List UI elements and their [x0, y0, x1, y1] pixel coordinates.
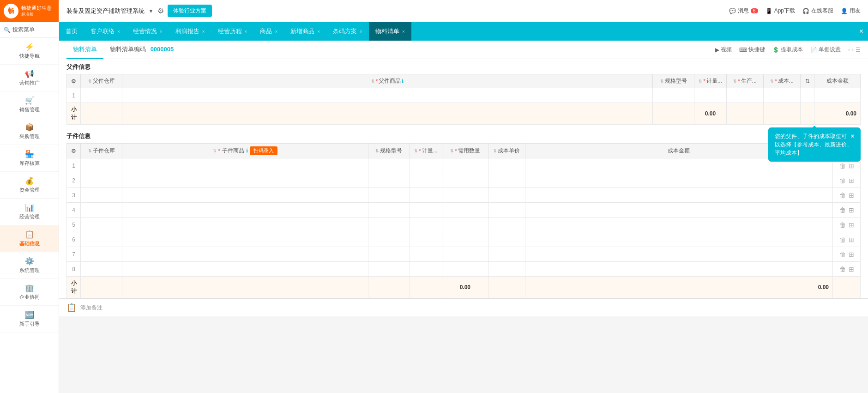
toolbar-video[interactable]: ▶ 视频: [715, 46, 732, 54]
nav-next[interactable]: ›: [852, 47, 854, 53]
app-download-action[interactable]: 📱 App下载: [766, 7, 795, 15]
parent-col-sort[interactable]: ⇅: [801, 74, 814, 88]
tab-new-product-close[interactable]: ×: [317, 29, 320, 34]
tab-profit[interactable]: 利润报告 ×: [169, 22, 211, 41]
child-col-qty[interactable]: ⇅ * 需用数量: [442, 144, 488, 158]
delete-icon-2[interactable]: 🗑: [839, 177, 846, 184]
nav-list[interactable]: ☰: [856, 47, 861, 53]
tab-barcode-close[interactable]: ×: [360, 29, 362, 34]
child-spec-3[interactable]: [368, 188, 410, 203]
copy-icon-7[interactable]: ⊞: [849, 251, 854, 258]
toolbar-shortcut[interactable]: ⌨ 快捷键: [739, 46, 765, 54]
sidebar-item-sales[interactable]: 🛒 销售管理: [0, 91, 59, 118]
delete-icon-3[interactable]: 🗑: [839, 192, 846, 199]
child-unit-4[interactable]: [410, 203, 442, 218]
copy-icon-1[interactable]: ⊞: [849, 162, 854, 169]
tab-customer[interactable]: 客户联络 ×: [84, 22, 127, 41]
delete-icon-7[interactable]: 🗑: [839, 251, 846, 258]
parent-col-settings[interactable]: ⚙: [67, 74, 81, 88]
child-unit-7[interactable]: [410, 247, 442, 262]
child-qty-7[interactable]: [442, 247, 488, 262]
child-qty-6[interactable]: [442, 232, 488, 247]
parent-col-spec[interactable]: ⇅规格型号: [653, 74, 694, 88]
delete-icon-5[interactable]: 🗑: [839, 221, 846, 229]
child-warehouse-7[interactable]: [81, 247, 122, 262]
system-dropdown-icon[interactable]: ▼: [148, 8, 154, 14]
online-service-action[interactable]: 🎧 在线客服: [802, 7, 833, 15]
child-warehouse-6[interactable]: [81, 232, 122, 247]
nav-prev[interactable]: ‹: [848, 47, 850, 53]
copy-icon-6[interactable]: ⊞: [849, 236, 854, 243]
trial-button[interactable]: 体验行业方案: [168, 5, 212, 17]
tab-history-close[interactable]: ×: [245, 29, 247, 34]
delete-icon-8[interactable]: 🗑: [839, 266, 846, 273]
copy-icon-5[interactable]: ⊞: [849, 221, 854, 229]
delete-icon-6[interactable]: 🗑: [839, 236, 846, 243]
add-note-text[interactable]: 添加备注: [80, 304, 102, 312]
tab-profit-close[interactable]: ×: [202, 29, 205, 34]
parent-sort-1[interactable]: [801, 88, 814, 103]
copy-icon-8[interactable]: ⊞: [849, 266, 854, 273]
child-col-warehouse[interactable]: ⇅子件仓库: [81, 144, 122, 158]
child-unit-price-5[interactable]: [488, 218, 525, 232]
parent-unit-1[interactable]: [694, 88, 727, 103]
child-product-8[interactable]: [122, 262, 368, 277]
child-warehouse-4[interactable]: [81, 203, 122, 218]
parent-col-cost[interactable]: ⇅ * 成本...: [764, 74, 801, 88]
parent-col-production[interactable]: ⇅ * 生产...: [727, 74, 764, 88]
sidebar-item-corp[interactable]: 🏢 企业协同: [0, 279, 59, 306]
sidebar-item-marketing[interactable]: 📢 营销推广: [0, 65, 59, 91]
child-unit-price-6[interactable]: [488, 232, 525, 247]
sidebar-item-inventory[interactable]: 🏪 库存核算: [0, 145, 59, 172]
child-product-1[interactable]: [122, 158, 368, 173]
tab-customer-close[interactable]: ×: [117, 29, 120, 34]
child-qty-2[interactable]: [442, 173, 488, 188]
child-spec-8[interactable]: [368, 262, 410, 277]
child-unit-price-4[interactable]: [488, 203, 525, 218]
tab-barcode[interactable]: 条码方案 ×: [326, 22, 369, 41]
add-note-icon[interactable]: 📋: [66, 302, 77, 313]
child-unit-price-1[interactable]: [488, 158, 525, 173]
copy-icon-3[interactable]: ⊞: [849, 192, 854, 199]
sidebar-item-guide[interactable]: 🆕 新手引导: [0, 306, 59, 333]
user-action[interactable]: 👤 用友: [841, 7, 861, 15]
copy-icon-4[interactable]: ⊞: [849, 206, 854, 214]
child-warehouse-3[interactable]: [81, 188, 122, 203]
child-product-6[interactable]: [122, 232, 368, 247]
child-product-4[interactable]: [122, 203, 368, 218]
child-qty-4[interactable]: [442, 203, 488, 218]
child-unit-price-3[interactable]: [488, 188, 525, 203]
child-unit-price-8[interactable]: [488, 262, 525, 277]
delete-icon-4[interactable]: 🗑: [839, 206, 846, 214]
child-spec-1[interactable]: [368, 158, 410, 173]
parent-spec-1[interactable]: [653, 88, 694, 103]
child-qty-1[interactable]: [442, 158, 488, 173]
scan-button[interactable]: 扫码录入: [250, 146, 277, 155]
message-action[interactable]: 💬 消息 6: [729, 7, 758, 15]
tab-product[interactable]: 商品 ×: [253, 22, 284, 41]
tab-history[interactable]: 经营历程 ×: [211, 22, 254, 41]
child-warehouse-2[interactable]: [81, 173, 122, 188]
child-unit-6[interactable]: [410, 232, 442, 247]
child-product-7[interactable]: [122, 247, 368, 262]
child-unit-1[interactable]: [410, 158, 442, 173]
child-col-unit-price[interactable]: ⇅成本单价: [488, 144, 525, 158]
child-spec-2[interactable]: [368, 173, 410, 188]
tab-operation-close[interactable]: ×: [160, 29, 163, 34]
child-spec-5[interactable]: [368, 218, 410, 232]
child-warehouse-1[interactable]: [81, 158, 122, 173]
tab-bom-close[interactable]: ×: [402, 29, 405, 34]
toolbar-settings[interactable]: 📄 单据设置: [810, 46, 841, 54]
child-unit-5[interactable]: [410, 218, 442, 232]
tab-product-close[interactable]: ×: [275, 29, 277, 34]
nav-close-all[interactable]: ×: [855, 27, 868, 36]
child-qty-3[interactable]: [442, 188, 488, 203]
delete-icon-1[interactable]: 🗑: [839, 162, 846, 169]
child-spec-7[interactable]: [368, 247, 410, 262]
child-spec-6[interactable]: [368, 232, 410, 247]
sidebar-item-system[interactable]: ⚙️ 系统管理: [0, 252, 59, 279]
parent-col-unit[interactable]: ⇅ * 计量...: [694, 74, 727, 88]
tooltip-close-btn[interactable]: ×: [851, 132, 854, 140]
tab-bom[interactable]: 物料清单 ×: [369, 22, 411, 41]
child-qty-8[interactable]: [442, 262, 488, 277]
